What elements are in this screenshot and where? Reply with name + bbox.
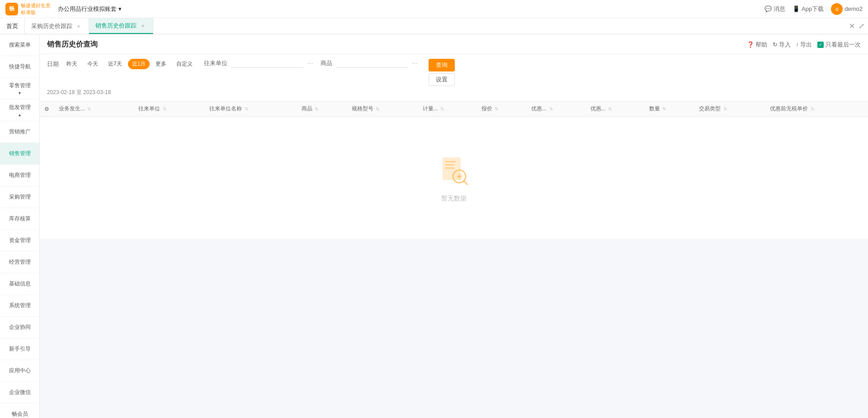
tab-purchase-history[interactable]: 采购历史价跟踪 ×	[25, 18, 89, 34]
workspace-selector[interactable]: 办公用品行业模拟账套 ▾	[54, 3, 125, 15]
sidebar-item-app-center[interactable]: 应用中心	[0, 360, 39, 382]
message-icon: 💬	[764, 5, 772, 12]
page-header: 销售历史价查询 ❓ 帮助 ↻ 导入 ↑ 导出 ✓	[40, 34, 868, 54]
goods-filter-input[interactable]	[336, 59, 408, 68]
th-trade-type[interactable]: 交易类型 ⇅	[694, 101, 765, 117]
data-table: ⚙ 业务发生... ⇅ 往来单位 ⇅ 往来单位名称	[40, 101, 868, 117]
sidebar-item-purchase-mgmt[interactable]: 采购管理	[0, 186, 39, 208]
logo-icon: 畅	[5, 3, 18, 15]
empty-illustration	[436, 153, 472, 189]
th-quoted-price[interactable]: 报价 ⇅	[477, 101, 527, 117]
goods-filter-label: 商品	[321, 59, 332, 67]
top-bar-right: 💬 消息 📱 App下载 d demo2	[764, 3, 863, 15]
sort-quoted-price-icon: ⇅	[495, 106, 498, 111]
finance-mgmt-label: 资金管理	[9, 237, 31, 244]
sidebar-item-search-menu[interactable]: 搜索菜单	[0, 34, 39, 56]
import-button[interactable]: ↻ 导入	[773, 41, 791, 49]
sort-spec-icon: ⇅	[376, 106, 379, 111]
th-pretax-price[interactable]: 优惠前无税单价 ⇅	[765, 101, 868, 117]
th-spec[interactable]: 规格型号 ⇅	[347, 101, 418, 117]
workspace-chevron-icon: ▾	[118, 5, 122, 12]
tab-sales-history-close[interactable]: ×	[139, 22, 146, 29]
app-download-button[interactable]: 📱 App下载	[793, 5, 824, 13]
search-button[interactable]: 查询	[429, 59, 455, 71]
sidebar-item-system-mgmt[interactable]: 系统管理	[0, 295, 39, 317]
th-partner-name[interactable]: 往来单位名称 ⇅	[205, 101, 297, 117]
sidebar-item-basic-info[interactable]: 基础信息	[0, 273, 39, 295]
sidebar-item-inventory[interactable]: 库存核算	[0, 208, 39, 230]
date-buttons: 昨天 今天 近7天 近1月 更多 自定义	[62, 59, 197, 69]
goods-filter-group: 商品 ···	[321, 59, 418, 68]
partner-filter-input[interactable]	[231, 59, 303, 68]
messages-button[interactable]: 💬 消息	[764, 5, 785, 13]
tab-purchase-history-label: 采购历史价跟踪	[31, 22, 72, 30]
tab-purchase-history-close[interactable]: ×	[75, 23, 82, 30]
member-label: 畅会员	[12, 410, 28, 418]
th-unit[interactable]: 计量... ⇅	[418, 101, 477, 117]
system-mgmt-label: 系统管理	[9, 302, 31, 309]
table-settings-icon[interactable]: ⚙	[44, 106, 49, 112]
partner-filter-dots-icon[interactable]: ···	[307, 59, 313, 67]
main-layout: 搜索菜单 快捷导航 零售管理 ▾ 批发管理 ▴ 营销推广 销售管理 电商管理 采…	[0, 34, 868, 418]
svg-line-6	[464, 181, 467, 185]
tab-sales-history[interactable]: 销售历史价跟踪 ×	[89, 18, 153, 34]
tab-bar: 首页 采购历史价跟踪 × 销售历史价跟踪 × ✕ ⤢	[0, 18, 868, 34]
date-btn-custom[interactable]: 自定义	[172, 59, 197, 69]
sidebar-item-finance-mgmt[interactable]: 资金管理	[0, 230, 39, 252]
date-filter-label: 日期	[47, 60, 59, 68]
sort-discount-amt-icon: ⇅	[608, 106, 612, 111]
th-goods[interactable]: 商品 ⇅	[297, 101, 347, 117]
sidebar-item-sales-mgmt[interactable]: 销售管理	[0, 143, 39, 165]
date-btn-7days[interactable]: 近7天	[104, 59, 126, 69]
th-biz-date[interactable]: 业务发生... ⇅	[54, 101, 134, 117]
sidebar-item-ecommerce-mgmt[interactable]: 电商管理	[0, 165, 39, 186]
close-all-tabs-button[interactable]: ✕	[849, 22, 855, 30]
date-filter-group: 日期 昨天 今天 近7天 近1月 更多 自定义	[47, 59, 197, 69]
sidebar-item-enterprise-wechat[interactable]: 企业微信	[0, 382, 39, 404]
wholesale-mgmt-label: 批发管理	[9, 104, 31, 111]
page-header-actions: ❓ 帮助 ↻ 导入 ↑ 导出 ✓ 只看最后一次	[747, 41, 861, 49]
help-button[interactable]: ❓ 帮助	[747, 41, 767, 49]
th-quantity[interactable]: 数量 ⇅	[645, 101, 695, 117]
th-discount-amt[interactable]: 优惠... ⇅	[586, 101, 645, 117]
download-icon: 📱	[793, 5, 800, 12]
page-title: 销售历史价查询	[47, 40, 98, 49]
sidebar-item-member[interactable]: 畅会员	[0, 404, 39, 418]
date-btn-1month[interactable]: 近1月	[128, 59, 150, 69]
maximize-button[interactable]: ⤢	[859, 22, 864, 30]
logo-text: 畅捷通好生意 标准版	[21, 2, 51, 15]
sidebar-item-wholesale-mgmt[interactable]: 批发管理 ▴	[0, 100, 39, 121]
sidebar-item-enterprise-collab[interactable]: 企业协同	[0, 317, 39, 338]
goods-filter-dots-icon[interactable]: ···	[412, 59, 418, 67]
sidebar-item-marketing-promo[interactable]: 营销推广	[0, 121, 39, 143]
date-btn-today[interactable]: 今天	[83, 59, 102, 69]
sort-discount-rate-icon: ⇅	[549, 106, 553, 111]
app-center-label: 应用中心	[9, 367, 31, 375]
date-btn-more[interactable]: 更多	[151, 59, 170, 69]
date-btn-yesterday[interactable]: 昨天	[62, 59, 81, 69]
table-container: ⚙ 业务发生... ⇅ 往来单位 ⇅ 往来单位名称	[40, 101, 868, 239]
filter-row-top: 日期 昨天 今天 近7天 近1月 更多 自定义 往来单位	[47, 59, 455, 86]
sidebar-item-quick-nav[interactable]: 快捷导航	[0, 56, 39, 78]
sidebar: 搜索菜单 快捷导航 零售管理 ▾ 批发管理 ▴ 营销推广 销售管理 电商管理 采…	[0, 34, 40, 418]
avatar: d	[831, 3, 843, 15]
only-last-checkbox-area[interactable]: ✓ 只看最后一次	[817, 41, 861, 49]
tab-bar-actions: ✕ ⤢	[845, 18, 868, 34]
th-partner-code[interactable]: 往来单位 ⇅	[134, 101, 205, 117]
user-menu[interactable]: d demo2	[831, 3, 863, 15]
export-button[interactable]: ↑ 导出	[796, 41, 812, 49]
sort-goods-icon: ⇅	[315, 106, 318, 111]
th-discount-rate[interactable]: 优惠... ⇅	[527, 101, 585, 117]
content-area: 销售历史价查询 ❓ 帮助 ↻ 导入 ↑ 导出 ✓	[40, 34, 868, 418]
sidebar-item-retail-mgmt[interactable]: 零售管理 ▾	[0, 78, 39, 100]
sort-partner-name-icon: ⇅	[245, 106, 248, 111]
tab-home[interactable]: 首页	[0, 18, 25, 34]
settings-button[interactable]: 设置	[429, 73, 455, 86]
sidebar-item-new-guide[interactable]: 新手引导	[0, 338, 39, 360]
svg-rect-2	[445, 164, 454, 166]
tab-sales-history-label: 销售历史价跟踪	[95, 22, 137, 30]
sidebar-item-operations-mgmt[interactable]: 经营管理	[0, 252, 39, 273]
top-bar-left: 畅 畅捷通好生意 标准版 办公用品行业模拟账套 ▾	[5, 2, 125, 15]
sort-partner-code-icon: ⇅	[163, 106, 166, 111]
only-last-checkbox[interactable]: ✓	[817, 42, 824, 48]
